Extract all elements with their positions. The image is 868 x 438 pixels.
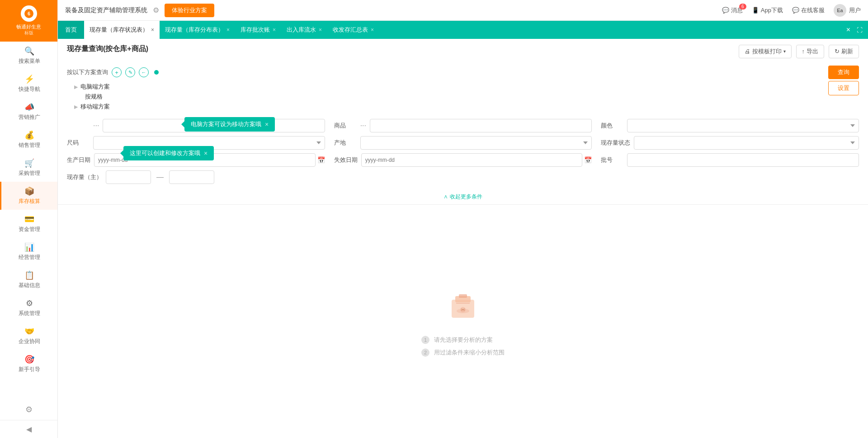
query-label-row: 按以下方案查询 + ✎ ← bbox=[67, 67, 859, 77]
sidebar-bottom: ⚙ ◀ bbox=[0, 400, 57, 438]
print-btn[interactable]: 🖨 按模板打印 ▾ bbox=[739, 45, 792, 58]
tooltip-edit: 这里可以创建和修改方案哦 × bbox=[123, 146, 214, 160]
tab-home[interactable]: 首页 bbox=[58, 21, 84, 39]
batch-no-input[interactable] bbox=[627, 153, 859, 167]
system-icon: ⚙ bbox=[26, 298, 33, 308]
refresh-btn[interactable]: ↻ 刷新 bbox=[829, 45, 859, 58]
filter-stock-status: 现存量状态 bbox=[601, 136, 859, 150]
topbar-settings-icon[interactable]: ⚙ bbox=[153, 6, 159, 14]
sidebar-item-finance[interactable]: 💳 资金管理 bbox=[0, 210, 57, 238]
tooltip-edit-close[interactable]: × bbox=[204, 150, 208, 157]
user-label: 用户 bbox=[849, 6, 861, 14]
sidebar-item-sales[interactable]: 💰 销售管理 bbox=[0, 126, 57, 154]
user-avatar-text: Ea bbox=[837, 8, 843, 13]
tab-batch-account[interactable]: 库存批次账 × bbox=[235, 21, 281, 39]
query-label: 按以下方案查询 bbox=[67, 68, 108, 76]
add-plan-btn[interactable]: + bbox=[112, 67, 122, 77]
batch-no-label: 批号 bbox=[601, 156, 623, 164]
expire-date-input[interactable] bbox=[361, 153, 583, 167]
plan-expand-icon[interactable]: ▶ bbox=[74, 84, 78, 90]
plan-btn[interactable]: 体验行业方案 bbox=[165, 4, 214, 17]
sidebar-settings-btn[interactable]: ⚙ bbox=[0, 400, 57, 420]
tab-maximize-btn[interactable]: ⛶ bbox=[855, 26, 864, 34]
svg-text:6: 6 bbox=[27, 11, 30, 16]
tab-inventory-status-close[interactable]: × bbox=[151, 27, 154, 33]
size-label: 尺码 bbox=[67, 139, 90, 147]
topbar-left: 装备及固定资产辅助管理系统 ⚙ 体验行业方案 bbox=[65, 4, 214, 17]
tab-home-label: 首页 bbox=[65, 26, 77, 34]
sidebar-item-search[interactable]: 🔍 搜索菜单 bbox=[0, 42, 57, 70]
user-btn[interactable]: Ea 用户 bbox=[834, 4, 861, 17]
color-label: 颜色 bbox=[601, 122, 623, 130]
sidebar-item-marketing[interactable]: 📣 营销推广 bbox=[0, 98, 57, 126]
sidebar-item-quicknav[interactable]: ⚡ 快捷导航 bbox=[0, 70, 57, 98]
color-select[interactable] bbox=[627, 119, 859, 132]
system-title: 装备及固定资产辅助管理系统 bbox=[65, 6, 147, 14]
prev-plan-btn[interactable]: ← bbox=[139, 67, 149, 77]
sidebar-item-inventory[interactable]: 📦 库存核算 bbox=[0, 182, 57, 210]
sidebar-collapse-btn[interactable]: ◀ bbox=[0, 420, 57, 438]
expire-date-cal-icon[interactable]: 📅 bbox=[584, 156, 592, 164]
tab-batch-account-close[interactable]: × bbox=[273, 27, 276, 33]
app-download-btn[interactable]: 📱 App下载 bbox=[752, 6, 783, 14]
online-support-label: 在线客服 bbox=[801, 6, 825, 14]
logo-sub: 标版 bbox=[24, 30, 33, 36]
tab-inventory-status[interactable]: 现存量（库存状况表） × bbox=[84, 21, 160, 39]
goods-input-wrap[interactable] bbox=[370, 119, 592, 132]
tabbar: 首页 现存量（库存状况表） × 现存量（库存分布表） × 库存批次账 × 出入库… bbox=[58, 21, 868, 39]
export-btn[interactable]: ↑ 导出 bbox=[796, 45, 825, 58]
inventory-icon: 📦 bbox=[24, 186, 34, 196]
sidebar-item-basic[interactable]: 📋 基础信息 bbox=[0, 266, 57, 294]
empty-state: 1 请先选择要分析的方案 2 用过滤条件来缩小分析范围 bbox=[58, 205, 868, 438]
collapse-icon-up: ∧ bbox=[443, 193, 448, 200]
notice-btn[interactable]: 💬 消息 6 bbox=[722, 6, 743, 14]
produce-date-label: 生产日期 bbox=[67, 156, 90, 164]
reset-btn[interactable]: 设置 bbox=[828, 81, 859, 95]
refresh-btn-label: 刷新 bbox=[841, 47, 853, 56]
plan-tree-desktop: ▶ 电脑端方案 bbox=[74, 82, 859, 92]
sidebar-item-guide-label: 新手引导 bbox=[19, 366, 40, 373]
edit-plan-btn[interactable]: ✎ bbox=[125, 67, 135, 77]
phone-icon: 📱 bbox=[752, 7, 759, 14]
empty-step-2: 2 用过滤条件来缩小分析范围 bbox=[421, 349, 505, 357]
sidebar-item-enterprise[interactable]: 🤝 企业协同 bbox=[0, 322, 57, 350]
filter-color: 颜色 bbox=[601, 119, 859, 132]
tab-inout-flow-close[interactable]: × bbox=[319, 27, 322, 33]
stock-main-from[interactable] bbox=[106, 170, 151, 184]
tab-close-all-btn[interactable]: × bbox=[844, 25, 852, 35]
tab-collect-summary[interactable]: 收发存汇总表 × bbox=[327, 21, 379, 39]
goods-dots[interactable]: ··· bbox=[360, 122, 366, 130]
user-avatar: Ea bbox=[834, 4, 846, 17]
produce-date-cal-icon[interactable]: 📅 bbox=[317, 156, 325, 164]
tab-collect-summary-close[interactable]: × bbox=[371, 27, 374, 33]
goods-label: 商品 bbox=[334, 122, 357, 130]
tooltip-plan-close[interactable]: × bbox=[265, 121, 269, 128]
mobile-plan-expand-icon[interactable]: ▶ bbox=[74, 104, 78, 110]
warehouse-dots[interactable]: ··· bbox=[93, 122, 99, 130]
search-btn[interactable]: 查询 bbox=[828, 66, 859, 79]
sidebar-item-search-label: 搜索菜单 bbox=[19, 57, 40, 65]
desktop-sub-label: 按规格 bbox=[85, 93, 103, 101]
stock-status-select[interactable] bbox=[634, 136, 859, 150]
sidebar-item-guide[interactable]: 🎯 新手引导 bbox=[0, 350, 57, 378]
connector-dot bbox=[154, 70, 159, 75]
tab-collect-summary-label: 收发存汇总表 bbox=[333, 26, 368, 34]
tab-inventory-dist-close[interactable]: × bbox=[226, 27, 230, 33]
origin-select[interactable] bbox=[360, 136, 592, 150]
sidebar-item-operations[interactable]: 📊 经营管理 bbox=[0, 238, 57, 266]
collapse-label: 收起更多条件 bbox=[450, 193, 482, 200]
desktop-plan-label: 电脑端方案 bbox=[80, 83, 110, 91]
stock-main-to[interactable] bbox=[169, 170, 214, 184]
settings-bottom-icon: ⚙ bbox=[25, 405, 33, 414]
tab-inventory-status-label: 现存量（库存状况表） bbox=[90, 26, 148, 34]
topbar-right: 💬 消息 6 📱 App下载 💬 在线客服 Ea 用户 bbox=[722, 4, 861, 17]
online-support-btn[interactable]: 💬 在线客服 bbox=[792, 6, 825, 14]
print-icon: 🖨 bbox=[745, 48, 750, 55]
sidebar-item-enterprise-label: 企业协同 bbox=[19, 338, 40, 345]
page-content: 现存量查询(按仓库+商品) 🖨 按模板打印 ▾ ↑ 导出 ↻ 刷新 bbox=[58, 39, 868, 438]
tab-inventory-dist[interactable]: 现存量（库存分布表） × bbox=[160, 21, 235, 39]
tab-inout-flow[interactable]: 出入库流水 × bbox=[281, 21, 327, 39]
collapse-bar[interactable]: ∧ 收起更多条件 bbox=[58, 189, 868, 205]
sidebar-item-system[interactable]: ⚙ 系统管理 bbox=[0, 294, 57, 322]
sidebar-item-purchase[interactable]: 🛒 采购管理 bbox=[0, 154, 57, 182]
